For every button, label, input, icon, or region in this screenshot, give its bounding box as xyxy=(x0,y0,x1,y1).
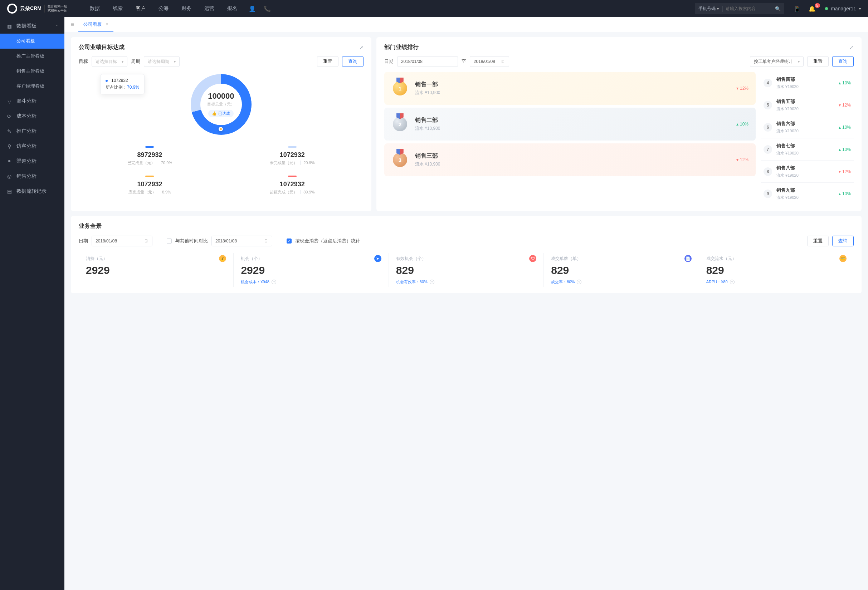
date-to-input[interactable]: 2018/01/08🗓 xyxy=(470,56,509,67)
tab-company-board[interactable]: 公司看板 × xyxy=(78,17,114,32)
rank-top-item[interactable]: 3销售三部流水 ¥10,900▾12% xyxy=(384,143,756,176)
query-button[interactable]: 查询 xyxy=(342,56,363,67)
nav-item[interactable]: 公海 xyxy=(152,0,175,17)
search-type-select[interactable]: 手机号码▾ xyxy=(698,6,723,12)
goal-stat: 8972932已完成量（元）70.9% xyxy=(79,141,221,171)
sidebar-item[interactable]: ▽漏斗分析 xyxy=(0,94,64,109)
arrow-icon: ▴ xyxy=(838,191,841,196)
rank-row[interactable]: 6销售六部流水 ¥19020▴10% xyxy=(761,116,854,138)
achieved-chip: 👍已达成 xyxy=(208,110,234,117)
sidebar-item[interactable]: ◎销售分析 xyxy=(0,169,64,184)
sidebar-item[interactable]: ⟳成本分析 xyxy=(0,109,64,124)
chevron-down-icon: ▾ xyxy=(859,7,861,11)
help-icon[interactable]: ? xyxy=(577,280,582,284)
medal-icon: 3 xyxy=(391,151,409,168)
close-icon[interactable]: × xyxy=(106,21,108,27)
cash-checkbox[interactable]: ✓ xyxy=(286,238,292,244)
nav-item[interactable]: 数据 xyxy=(83,0,106,17)
biz-cell: 成交流水（元）💳829ARPU：¥80 ? xyxy=(699,253,854,287)
goal-stat: 1072932未完成量（元）20.9% xyxy=(221,141,363,171)
notif-badge: 5 xyxy=(815,3,821,8)
sidebar-group-databoard[interactable]: ▦数据看板 ⌃ xyxy=(0,19,64,34)
reset-button[interactable]: 重置 xyxy=(807,56,829,67)
target-label: 目标 xyxy=(79,58,88,65)
reset-button[interactable]: 重置 xyxy=(317,56,338,67)
rank-top-item[interactable]: 2销售二部流水 ¥10,900▴10% xyxy=(384,107,756,141)
sidebar-sub-item[interactable]: 公司看板 xyxy=(0,34,64,49)
date-from-input[interactable]: 2018/01/08 xyxy=(397,56,458,67)
logo-mark xyxy=(7,4,17,13)
nav-item[interactable]: 线索 xyxy=(106,0,129,17)
sidebar-sub-item[interactable]: 客户经理看板 xyxy=(0,79,64,94)
expand-icon[interactable]: ⤢ xyxy=(849,45,854,50)
donut-total: 100000 xyxy=(207,91,235,101)
calendar-icon: 🗓 xyxy=(264,238,268,244)
main: ≡ 公司看板 × 公司业绩目标达成 ⤢ 目标 请选择目标▾ 周期 xyxy=(64,17,868,590)
period-select[interactable]: 请选择周期▾ xyxy=(144,56,180,67)
collapse-sidebar-icon[interactable]: ≡ xyxy=(68,21,77,28)
reset-button[interactable]: 重置 xyxy=(807,235,829,246)
biz-cell: 有效机会（个）🛡829机会有效率：80% ? xyxy=(389,253,544,287)
biz-title: 业务全景 xyxy=(79,222,854,230)
metric-icon: 💳 xyxy=(839,255,847,262)
sidebar-item[interactable]: ⚭渠道分析 xyxy=(0,154,64,169)
biz-cell: 机会（个）➤2929机会成本：¥948 ? xyxy=(234,253,388,287)
nav-item[interactable]: 报名 xyxy=(221,0,244,17)
sidebar-sub-item[interactable]: 销售主管看板 xyxy=(0,64,64,79)
rank-row[interactable]: 8销售八部流水 ¥19020▾12% xyxy=(761,160,854,183)
phone-icon[interactable]: 📞 xyxy=(261,5,274,12)
calendar-icon: 🗓 xyxy=(144,238,149,244)
nav-item[interactable]: 运营 xyxy=(198,0,221,17)
target-select[interactable]: 请选择目标▾ xyxy=(92,56,127,67)
sidebar-icon: ▤ xyxy=(6,188,12,194)
sidebar-item[interactable]: ▤数据流转记录 xyxy=(0,184,64,199)
goal-card: 公司业绩目标达成 ⤢ 目标 请选择目标▾ 周期 请选择周期▾ 重置 查询 xyxy=(71,37,371,211)
sidebar-item[interactable]: ✎推广分析 xyxy=(0,124,64,139)
bell-icon[interactable]: 🔔 5 xyxy=(806,5,819,12)
medal-icon: 1 xyxy=(391,80,409,97)
sidebar-item[interactable]: ⚲访客分析 xyxy=(0,139,64,154)
user-name: manager11 xyxy=(831,6,856,12)
search-input[interactable] xyxy=(726,6,772,11)
stat-type-select[interactable]: 按工单客户经理统计▾ xyxy=(750,56,804,67)
biz-cell: 消费（元）💰2929 xyxy=(79,253,234,287)
donut-total-label: 目标总量（元） xyxy=(207,102,235,107)
expand-icon[interactable]: ⤢ xyxy=(359,45,363,50)
logo[interactable]: 云朵CRM 教育机构一站式服务云平台 xyxy=(7,4,67,13)
biz-date2-input[interactable]: 2018/01/08🗓 xyxy=(211,235,272,246)
sidebar-icon: ◎ xyxy=(6,174,12,179)
arrow-icon: ▾ xyxy=(838,103,841,107)
help-icon[interactable]: ? xyxy=(272,280,276,284)
nav-item[interactable]: 客户 xyxy=(129,0,152,17)
biz-date1-input[interactable]: 2018/01/08🗓 xyxy=(92,235,152,246)
donut-tooltip: 1072932 所占比例：70.9% xyxy=(100,74,145,94)
goal-stat: 1072932超额完成（元）89.9% xyxy=(221,171,363,200)
dashboard-icon: ▦ xyxy=(6,23,12,29)
query-button[interactable]: 查询 xyxy=(832,56,854,67)
mobile-icon[interactable]: 📱 xyxy=(791,5,804,12)
rank-title: 部门业绩排行 xyxy=(384,44,419,51)
rank-row[interactable]: 9销售九部流水 ¥19020▴10% xyxy=(761,183,854,205)
rank-top-item[interactable]: 1销售一部流水 ¥10,900▾12% xyxy=(384,72,756,105)
chevron-down-icon: ▾ xyxy=(717,7,719,11)
help-icon[interactable]: ? xyxy=(730,280,735,284)
query-button[interactable]: 查询 xyxy=(832,235,854,246)
thumb-icon: 👍 xyxy=(212,111,217,116)
status-dot xyxy=(825,7,828,10)
sidebar-icon: ⚲ xyxy=(6,143,12,149)
contact-icon[interactable]: 👤 xyxy=(246,5,259,12)
sidebar-sub-item[interactable]: 推广主管看板 xyxy=(0,49,64,64)
arrow-icon: ▾ xyxy=(736,86,738,91)
help-icon[interactable]: ? xyxy=(430,280,434,284)
rank-row[interactable]: 4销售四部流水 ¥19020▴10% xyxy=(761,72,854,94)
metric-icon: 📄 xyxy=(685,255,692,262)
nav-item[interactable]: 财务 xyxy=(175,0,198,17)
donut-handle xyxy=(218,127,223,131)
rank-row[interactable]: 5销售五部流水 ¥19020▾12% xyxy=(761,94,854,116)
rank-row[interactable]: 7销售七部流水 ¥19020▴10% xyxy=(761,138,854,160)
search-icon[interactable]: 🔍 xyxy=(775,6,781,12)
arrow-icon: ▴ xyxy=(838,125,841,130)
user-menu[interactable]: manager11 ▾ xyxy=(821,6,861,12)
logo-subtitle: 教育机构一站式服务云平台 xyxy=(44,4,67,13)
compare-checkbox[interactable] xyxy=(167,238,172,244)
